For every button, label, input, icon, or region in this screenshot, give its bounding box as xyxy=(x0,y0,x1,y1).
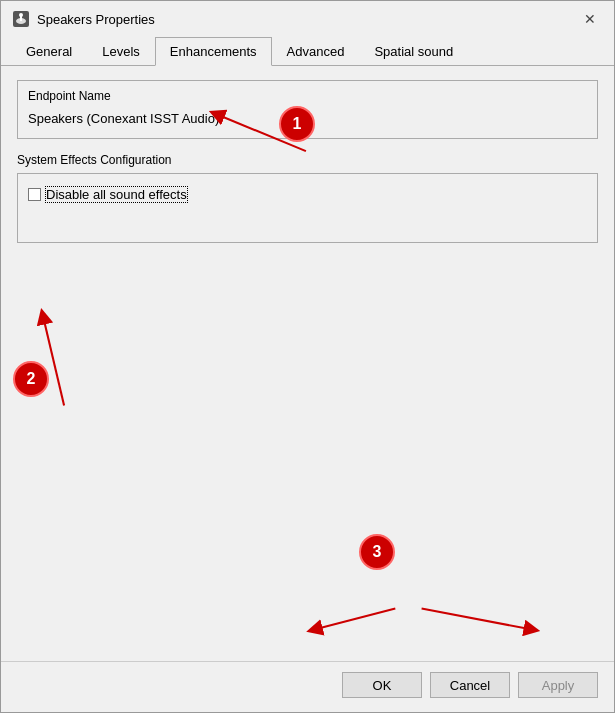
apply-button[interactable]: Apply xyxy=(518,672,598,698)
speakers-properties-window: Speakers Properties ✕ General Levels Enh… xyxy=(0,0,615,713)
tab-levels[interactable]: Levels xyxy=(87,37,155,66)
annotation-2: 2 xyxy=(13,361,49,397)
ok-button[interactable]: OK xyxy=(342,672,422,698)
disable-effects-checkbox[interactable] xyxy=(28,188,41,201)
annotation-1: 1 xyxy=(279,106,315,142)
footer: OK Cancel Apply xyxy=(1,661,614,712)
tab-bar: General Levels Enhancements Advanced Spa… xyxy=(1,37,614,66)
disable-effects-checkbox-label: Disable all sound effects xyxy=(45,186,188,203)
svg-line-4 xyxy=(43,316,64,405)
sys-effects-label: System Effects Configuration xyxy=(17,153,598,167)
endpoint-name-label: Endpoint Name xyxy=(28,89,587,103)
annotation-3: 3 xyxy=(359,534,395,570)
window-title: Speakers Properties xyxy=(37,12,578,27)
close-button[interactable]: ✕ xyxy=(578,7,602,31)
tab-advanced[interactable]: Advanced xyxy=(272,37,360,66)
disable-effects-row: Disable all sound effects xyxy=(28,186,587,203)
svg-line-5 xyxy=(314,608,395,629)
title-bar: Speakers Properties ✕ xyxy=(1,1,614,37)
tab-general[interactable]: General xyxy=(11,37,87,66)
window-icon xyxy=(13,11,29,27)
tab-enhancements[interactable]: Enhancements xyxy=(155,37,272,66)
cancel-button[interactable]: Cancel xyxy=(430,672,510,698)
tab-spatial-sound[interactable]: Spatial sound xyxy=(359,37,468,66)
system-effects-group: Disable all sound effects xyxy=(17,173,598,243)
svg-line-6 xyxy=(422,608,532,629)
content-area: Endpoint Name Speakers (Conexant ISST Au… xyxy=(1,66,614,661)
svg-point-2 xyxy=(19,13,23,17)
